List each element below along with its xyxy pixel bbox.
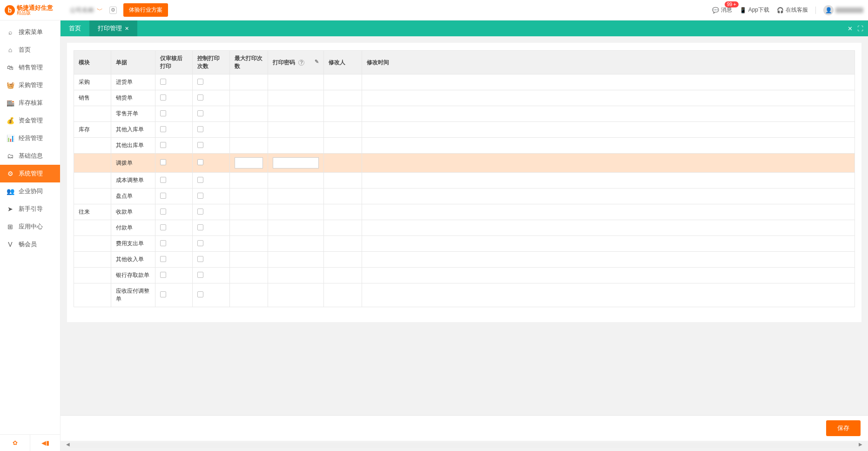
sidebar-item-purchase[interactable]: 🧺采购管理 — [0, 76, 60, 94]
user-menu[interactable]: 👤 — [823, 5, 863, 15]
cell-mod-time — [362, 220, 855, 236]
org-name: 公司名称 — [70, 6, 94, 14]
checkbox-limit-count[interactable] — [197, 291, 203, 297]
sidebar: ⌕搜索菜单⌂首页🛍销售管理🧺采购管理🏬库存核算💰资金管理📊经营管理🗂基础信息⚙系… — [0, 20, 61, 451]
table-row[interactable]: 银行存取款单 — [74, 268, 855, 283]
sidebar-item-system[interactable]: ⚙系统管理 — [0, 165, 60, 182]
table-row[interactable]: 付款单 — [74, 220, 855, 236]
member-icon: V — [7, 241, 14, 248]
table-row[interactable]: 费用支出单 — [74, 236, 855, 252]
checkbox-audit-only[interactable] — [160, 94, 166, 101]
close-icon[interactable]: ✕ — [125, 26, 129, 32]
checkbox-limit-count[interactable] — [197, 240, 203, 246]
table-row[interactable]: 库存其他入库单 — [74, 122, 855, 138]
table-row[interactable]: 采购进货单 — [74, 74, 855, 90]
checkbox-audit-only[interactable] — [160, 224, 166, 230]
checkbox-audit-only[interactable] — [160, 193, 166, 199]
cell-max-count — [230, 90, 268, 106]
cell-audit-only — [155, 283, 193, 307]
sidebar-item-inventory[interactable]: 🏬库存核算 — [0, 94, 60, 112]
cell-password — [268, 74, 324, 90]
checkbox-audit-only[interactable] — [160, 291, 166, 297]
checkbox-audit-only[interactable] — [160, 209, 166, 215]
sidebar-footer: ✿ ◀▮ — [0, 434, 60, 451]
cell-mod-time — [362, 283, 855, 307]
checkbox-limit-count[interactable] — [197, 79, 203, 85]
cell-password — [268, 283, 324, 307]
checkbox-audit-only[interactable] — [160, 126, 166, 132]
settings-icon[interactable]: ⚙ — [109, 7, 117, 14]
tab-home[interactable]: 首页 — [61, 20, 89, 36]
org-selector[interactable]: 公司名称 ﹀ — [70, 6, 103, 14]
purchase-icon: 🧺 — [7, 81, 14, 89]
cell-mod-by — [324, 236, 362, 252]
table-row[interactable]: 调拨单 — [74, 154, 855, 173]
cell-password — [268, 90, 324, 106]
save-button[interactable]: 保存 — [826, 420, 861, 436]
cell-module — [74, 106, 111, 122]
sidebar-item-search-menu[interactable]: ⌕搜索菜单 — [0, 23, 60, 41]
checkbox-limit-count[interactable] — [197, 209, 203, 215]
footer-settings-button[interactable]: ✿ — [0, 435, 30, 451]
checkbox-limit-count[interactable] — [197, 126, 203, 132]
sidebar-item-collab[interactable]: 👥企业协同 — [0, 182, 60, 200]
checkbox-audit-only[interactable] — [160, 142, 166, 148]
sidebar-item-member[interactable]: V畅会员 — [0, 236, 60, 253]
sidebar-item-guide[interactable]: ➤新手引导 — [0, 200, 60, 218]
tab-print-manage[interactable]: 打印管理 ✕ — [89, 20, 137, 36]
checkbox-limit-count[interactable] — [197, 256, 203, 262]
checkbox-limit-count[interactable] — [197, 110, 203, 116]
sidebar-item-operation[interactable]: 📊经营管理 — [0, 129, 60, 147]
cell-mod-by — [324, 188, 362, 204]
cell-max-count — [230, 204, 268, 220]
checkbox-audit-only[interactable] — [160, 240, 166, 246]
checkbox-limit-count[interactable] — [197, 159, 203, 165]
sidebar-item-label: 系统管理 — [19, 169, 43, 178]
checkbox-audit-only[interactable] — [160, 272, 166, 278]
table-row[interactable]: 应收应付调整单 — [74, 283, 855, 307]
checkbox-audit-only[interactable] — [160, 110, 166, 116]
cell-doc: 其他收入单 — [111, 252, 155, 268]
th-audit-only: 仅审核后打印 — [155, 51, 193, 74]
horizontal-scrollbar[interactable] — [67, 443, 861, 448]
search-menu-icon: ⌕ — [7, 28, 14, 36]
edit-icon[interactable]: ✎ — [315, 59, 319, 65]
table-row[interactable]: 往来收款单 — [74, 204, 855, 220]
help-icon[interactable]: ? — [298, 60, 304, 66]
checkbox-audit-only[interactable] — [160, 256, 166, 262]
checkbox-limit-count[interactable] — [197, 94, 203, 101]
table-row[interactable]: 盘点单 — [74, 188, 855, 204]
footer-collapse-button[interactable]: ◀▮ — [30, 435, 60, 451]
checkbox-audit-only[interactable] — [160, 79, 166, 85]
checkbox-audit-only[interactable] — [160, 159, 166, 165]
sidebar-item-sales[interactable]: 🛍销售管理 — [0, 59, 60, 76]
fullscreen-icon[interactable]: ⛶ — [857, 25, 863, 32]
password-input[interactable] — [273, 157, 319, 168]
sidebar-item-basic[interactable]: 🗂基础信息 — [0, 147, 60, 165]
cell-max-count — [230, 252, 268, 268]
app-download-link[interactable]: 📱 App下载 — [740, 6, 769, 14]
table-row[interactable]: 销售销货单 — [74, 90, 855, 106]
sidebar-item-label: 首页 — [19, 46, 31, 54]
checkbox-limit-count[interactable] — [197, 193, 203, 199]
online-service-link[interactable]: 🎧 在线客服 — [777, 6, 808, 14]
table-row[interactable]: 其他收入单 — [74, 252, 855, 268]
table-row[interactable]: 成本调整单 — [74, 173, 855, 188]
cell-limit-count — [193, 268, 230, 283]
sidebar-item-funds[interactable]: 💰资金管理 — [0, 112, 60, 129]
max-count-input[interactable] — [235, 157, 263, 168]
table-row[interactable]: 其他出库单 — [74, 138, 855, 154]
checkbox-limit-count[interactable] — [197, 142, 203, 148]
cell-mod-by — [324, 74, 362, 90]
checkbox-audit-only[interactable] — [160, 177, 166, 183]
cell-max-count — [230, 138, 268, 154]
checkbox-limit-count[interactable] — [197, 224, 203, 230]
checkbox-limit-count[interactable] — [197, 272, 203, 278]
sidebar-item-apps[interactable]: ⊞应用中心 — [0, 218, 60, 236]
industry-solution-button[interactable]: 体验行业方案 — [123, 3, 168, 17]
checkbox-limit-count[interactable] — [197, 177, 203, 183]
table-row[interactable]: 零售开单 — [74, 106, 855, 122]
tab-close-all-icon[interactable]: ✕ — [848, 25, 853, 32]
messages-link[interactable]: 💬 消息 — [712, 6, 732, 14]
sidebar-item-home[interactable]: ⌂首页 — [0, 41, 60, 59]
